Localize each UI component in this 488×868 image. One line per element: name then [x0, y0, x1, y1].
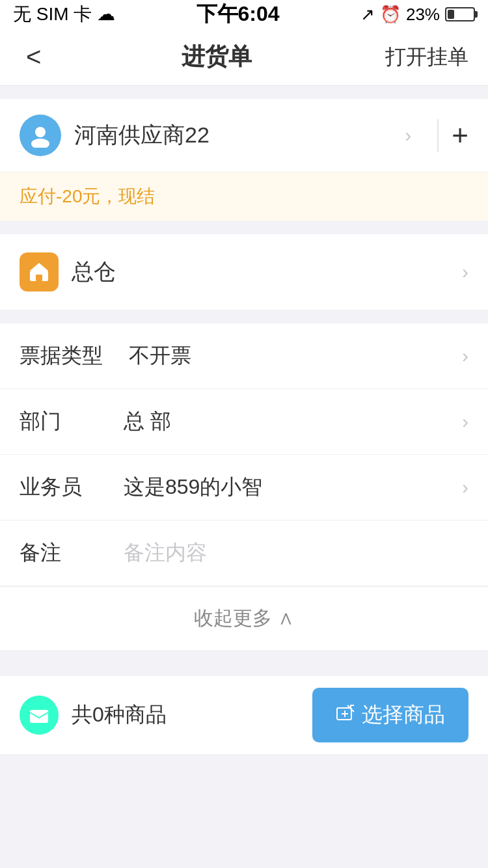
status-left: 无 SIM 卡 ☁: [13, 2, 115, 27]
svg-marker-3: [30, 263, 48, 271]
salesperson-value: 这是859的小智: [98, 473, 462, 502]
salesperson-label: 业务员: [20, 473, 98, 502]
battery-icon: [445, 7, 475, 21]
remark-label: 备注: [20, 539, 98, 567]
product-bar: 共0种商品 选择商品: [0, 676, 488, 754]
supplier-divider: [437, 119, 439, 152]
back-button[interactable]: <: [20, 36, 47, 78]
supplier-avatar: [20, 115, 61, 156]
department-chevron-icon: ›: [462, 411, 468, 433]
product-count: 共0种商品: [72, 701, 312, 729]
open-pending-button[interactable]: 打开挂单: [385, 43, 468, 72]
supplier-chevron-icon: ›: [405, 124, 411, 146]
svg-point-1: [31, 139, 49, 148]
battery-percent: 23%: [406, 5, 440, 25]
location-icon: ↗: [360, 5, 375, 25]
supplier-row[interactable]: 河南供应商22 › +: [0, 99, 488, 172]
status-bar: 无 SIM 卡 ☁ 下午6:04 ↗ ⏰ 23%: [0, 0, 488, 29]
section-gap-1: [0, 86, 488, 99]
svg-rect-5: [30, 710, 48, 723]
section-gap-3: [0, 310, 488, 323]
salesperson-chevron-icon: ›: [462, 476, 468, 498]
warehouse-name: 总仓: [72, 257, 462, 287]
add-supplier-button[interactable]: +: [452, 121, 468, 150]
department-value: 总 部: [98, 407, 462, 436]
warehouse-chevron-icon: ›: [462, 261, 468, 283]
warehouse-icon-bg: [20, 252, 59, 292]
invoice-row[interactable]: 票据类型 不开票 ›: [0, 323, 488, 389]
product-icon-bg: [20, 696, 59, 735]
supplier-name: 河南供应商22: [74, 120, 405, 150]
department-row[interactable]: 部门 总 部 ›: [0, 389, 488, 455]
section-gap-4: [0, 650, 488, 663]
remark-row[interactable]: 备注 备注内容: [0, 521, 488, 586]
select-product-button[interactable]: 选择商品: [312, 688, 468, 742]
select-product-icon: [336, 703, 355, 727]
salesperson-row[interactable]: 业务员 这是859的小智 ›: [0, 455, 488, 521]
signal-text: 无 SIM 卡 ☁: [13, 2, 115, 27]
warehouse-section: 总仓 ›: [0, 234, 488, 310]
product-icon: [27, 703, 51, 727]
nav-bar: < 进货单 打开挂单: [0, 29, 488, 86]
avatar-icon: [28, 123, 53, 148]
supplier-section: 河南供应商22 › + 应付-20元，现结: [0, 99, 488, 221]
warehouse-row[interactable]: 总仓 ›: [0, 234, 488, 310]
invoice-chevron-icon: ›: [462, 345, 468, 367]
page-title: 进货单: [182, 41, 252, 73]
svg-rect-4: [36, 275, 42, 281]
svg-point-0: [35, 127, 46, 137]
select-product-label: 选择商品: [362, 701, 445, 729]
alarm-icon: ⏰: [380, 5, 401, 25]
status-right: ↗ ⏰ 23%: [360, 5, 475, 25]
invoice-value: 不开票: [103, 342, 462, 370]
collapse-row[interactable]: 收起更多 ∧: [0, 586, 488, 650]
remark-input[interactable]: 备注内容: [98, 539, 468, 567]
invoice-label: 票据类型: [20, 342, 103, 370]
status-time: 下午6:04: [197, 0, 280, 29]
department-label: 部门: [20, 407, 98, 436]
form-section: 票据类型 不开票 › 部门 总 部 › 业务员 这是859的小智 › 备注 备注…: [0, 323, 488, 650]
notice-bar: 应付-20元，现结: [0, 172, 488, 221]
section-gap-2: [0, 221, 488, 234]
bottom-area: [0, 754, 488, 868]
warehouse-icon: [27, 260, 51, 284]
